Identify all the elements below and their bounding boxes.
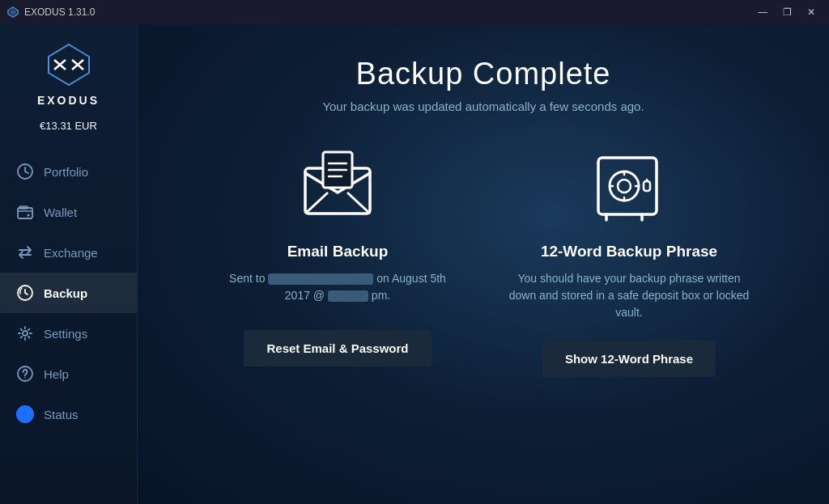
wallet-icon <box>16 203 34 221</box>
wallet-label: Wallet <box>44 205 77 219</box>
portfolio-label: Portfolio <box>44 165 88 179</box>
svg-rect-29 <box>644 181 650 191</box>
maximize-button[interactable]: ❐ <box>776 4 798 20</box>
phrase-backup-card: 12-Word Backup Phrase You should have yo… <box>508 146 750 377</box>
titlebar-title: EXODUS 1.31.0 <box>24 6 95 18</box>
backup-cards: Email Backup Sent to on August 5th 2017 … <box>186 146 780 377</box>
svg-rect-22 <box>598 158 657 214</box>
portfolio-icon <box>16 163 34 180</box>
status-label: Status <box>44 408 79 421</box>
settings-icon <box>16 324 34 342</box>
main-content: Backup Complete Your backup was updated … <box>138 24 829 504</box>
svg-line-16 <box>305 193 328 214</box>
svg-point-14 <box>24 377 26 379</box>
sidebar-item-settings[interactable]: Settings <box>0 313 137 354</box>
svg-point-10 <box>28 214 30 217</box>
email-icon <box>297 146 378 227</box>
svg-point-23 <box>610 172 639 201</box>
show-12-word-phrase-button[interactable]: Show 12-Word Phrase <box>542 341 716 377</box>
email-redacted <box>268 273 373 285</box>
minimize-button[interactable]: — <box>751 4 774 20</box>
phrase-card-title: 12-Word Backup Phrase <box>541 243 717 260</box>
status-dot-icon <box>16 405 34 423</box>
sidebar-nav: Portfolio Wallet Exchange <box>0 151 137 434</box>
app-icon <box>6 6 19 19</box>
time-redacted <box>328 290 368 302</box>
titlebar-left: EXODUS 1.31.0 <box>6 6 95 19</box>
email-card-description: Sent to on August 5th 2017 @ pm. <box>216 270 459 311</box>
page-subtitle: Your backup was updated automatically a … <box>322 100 644 113</box>
sidebar-item-status[interactable]: Status <box>0 394 137 434</box>
sidebar-item-help[interactable]: Help <box>0 354 137 394</box>
svg-point-13 <box>18 366 32 381</box>
sidebar-item-exchange[interactable]: Exchange <box>0 232 137 273</box>
help-label: Help <box>44 367 69 381</box>
exodus-logo-icon <box>45 40 93 89</box>
backup-icon <box>16 284 34 302</box>
exchange-label: Exchange <box>44 246 98 260</box>
email-desc-prefix: Sent to <box>229 272 265 285</box>
phrase-card-description: You should have your backup phrase writt… <box>508 270 750 321</box>
email-desc-time: pm. <box>372 289 390 302</box>
app-body: EXODUS €13.31 EUR Portfolio Wa <box>0 24 829 504</box>
backup-label: Backup <box>44 286 87 300</box>
sidebar-logo: EXODUS <box>37 40 100 107</box>
sidebar-balance: €13.31 EUR <box>40 120 97 132</box>
help-icon <box>16 365 34 383</box>
svg-marker-2 <box>49 44 89 85</box>
exodus-logo-text: EXODUS <box>37 94 100 107</box>
email-backup-card: Email Backup Sent to on August 5th 2017 … <box>216 146 459 377</box>
reset-email-password-button[interactable]: Reset Email & Password <box>244 330 431 366</box>
sidebar-item-backup[interactable]: Backup <box>0 273 137 313</box>
svg-rect-8 <box>18 208 32 218</box>
exchange-icon <box>16 244 34 261</box>
vault-icon <box>589 146 670 227</box>
titlebar: EXODUS 1.31.0 — ❐ ✕ <box>0 0 829 24</box>
svg-line-17 <box>347 193 370 214</box>
svg-marker-1 <box>10 9 16 15</box>
svg-point-12 <box>23 331 28 336</box>
page-title: Backup Complete <box>356 57 611 91</box>
sidebar-item-wallet[interactable]: Wallet <box>0 192 137 232</box>
sidebar: EXODUS €13.31 EUR Portfolio Wa <box>0 24 138 504</box>
sidebar-item-portfolio[interactable]: Portfolio <box>0 151 137 192</box>
svg-point-24 <box>618 180 631 193</box>
titlebar-controls: — ❐ ✕ <box>751 4 823 20</box>
email-card-title: Email Backup <box>287 243 389 260</box>
close-button[interactable]: ✕ <box>800 4 823 20</box>
settings-label: Settings <box>44 327 87 341</box>
